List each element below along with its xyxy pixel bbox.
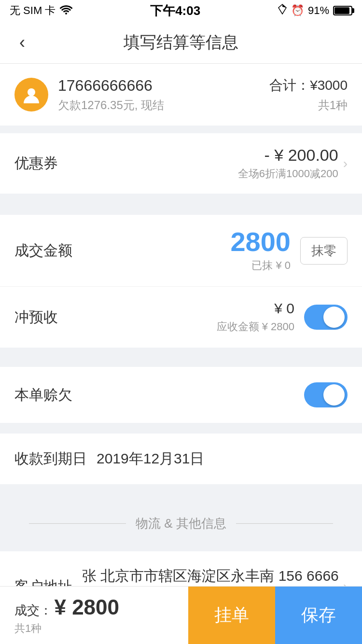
due-date-label: 收款到期日: [14, 449, 87, 469]
bottom-bar: 成交： ¥ 2800 共1种 挂单 保存: [0, 586, 362, 644]
section-divider-container: 物流 & 其他信息: [0, 496, 362, 551]
coupon-chevron-icon: ›: [343, 156, 348, 171]
spacer-2: [0, 357, 362, 367]
due-date-row: 收款到期日 2019年12月31日: [0, 434, 362, 484]
status-right: ⏰ 91%: [278, 4, 352, 17]
page-title: 填写结算等信息: [124, 31, 238, 54]
coupon-row[interactable]: 优惠券 - ¥ 200.00 全场6折满1000减200 ›: [0, 133, 362, 194]
content-area: 17666666666 欠款1276.35元, 现结 合计：¥3000 共1种 …: [0, 64, 362, 644]
prepay-sub-label: 应收金额 ¥ 2800: [217, 320, 294, 334]
round-button[interactable]: 抹零: [300, 237, 348, 265]
coupon-amount-block: - ¥ 200.00 全场6折满1000减200: [238, 146, 338, 181]
prepay-row: 冲预收 ¥ 0 应收金额 ¥ 2800: [0, 286, 362, 348]
battery-icon: [333, 6, 352, 15]
total-count: 共1种: [269, 98, 348, 113]
bottom-total-label: 成交：: [14, 603, 52, 617]
debt-label: 本单赊欠: [14, 385, 72, 405]
save-button[interactable]: 保存: [275, 587, 362, 644]
deal-right: 2800 已抹 ¥ 0 抹零: [230, 228, 348, 273]
bottom-total-amount: ¥ 2800: [54, 595, 119, 619]
spacer-1: [0, 205, 362, 215]
avatar: [14, 78, 48, 112]
user-right: 合计：¥3000 共1种: [269, 76, 348, 113]
deal-section: 成交金额 2800 已抹 ¥ 0 抹零 冲预收 ¥ 0 应收金额 ¥ 2800: [0, 215, 362, 348]
divider-line-right: [236, 523, 333, 524]
debt-toggle[interactable]: [304, 382, 348, 407]
due-date-value: 2019年12月31日: [97, 449, 204, 469]
hang-button[interactable]: 挂单: [188, 587, 275, 644]
deal-amount-value: 2800: [230, 228, 291, 255]
time-display: 下午4:03: [150, 2, 200, 19]
battery-text: 91%: [308, 4, 329, 17]
divider-line-left: [29, 523, 126, 524]
status-bar: 无 SIM 卡 下午4:03 ⏰ 91%: [0, 0, 362, 21]
user-phone: 17666666666: [58, 77, 164, 95]
coupon-description: 全场6折满1000减200: [238, 167, 338, 181]
user-debt: 欠款1276.35元, 现结: [58, 98, 164, 113]
wifi-icon: [59, 4, 73, 17]
total-amount: 合计：¥3000: [269, 76, 348, 95]
toggle-thumb: [323, 307, 345, 328]
prepay-amount-value: ¥ 0: [217, 300, 294, 317]
deal-amount-row: 成交金额 2800 已抹 ¥ 0 抹零: [0, 215, 362, 286]
prepay-right: ¥ 0 应收金额 ¥ 2800: [217, 300, 348, 334]
bottom-count: 共1种: [14, 621, 174, 636]
prepay-toggle[interactable]: [304, 305, 348, 330]
user-info: 17666666666 欠款1276.35元, 现结: [58, 77, 164, 113]
deal-sub-label: 已抹 ¥ 0: [230, 258, 291, 273]
debt-toggle-thumb: [323, 384, 345, 406]
coupon-discount: - ¥ 200.00: [238, 146, 338, 165]
section-divider: 物流 & 其他信息: [14, 505, 348, 542]
deal-label: 成交金额: [14, 241, 72, 261]
prepay-label: 冲预收: [14, 308, 58, 327]
coupon-label: 优惠券: [14, 154, 58, 173]
debt-row: 本单赊欠: [0, 367, 362, 423]
carrier-text: 无 SIM 卡: [10, 3, 56, 18]
user-left: 17666666666 欠款1276.35元, 现结: [14, 77, 164, 113]
nav-bar: ‹ 填写结算等信息: [0, 21, 362, 64]
user-card: 17666666666 欠款1276.35元, 现结 合计：¥3000 共1种: [0, 64, 362, 126]
bottom-total-row: 成交： ¥ 2800: [14, 595, 174, 619]
prepay-amount-block: ¥ 0 应收金额 ¥ 2800: [217, 300, 294, 334]
bottom-summary: 成交： ¥ 2800 共1种: [0, 595, 188, 636]
back-button[interactable]: ‹: [14, 28, 30, 57]
status-left: 无 SIM 卡: [10, 3, 73, 18]
alarm-icon: ⏰: [291, 4, 304, 17]
svg-point-1: [28, 88, 35, 96]
location-icon: [278, 4, 287, 17]
divider-text: 物流 & 其他信息: [136, 515, 226, 532]
coupon-right: - ¥ 200.00 全场6折满1000减200 ›: [238, 146, 348, 181]
deal-amount-block: 2800 已抹 ¥ 0: [230, 228, 291, 273]
